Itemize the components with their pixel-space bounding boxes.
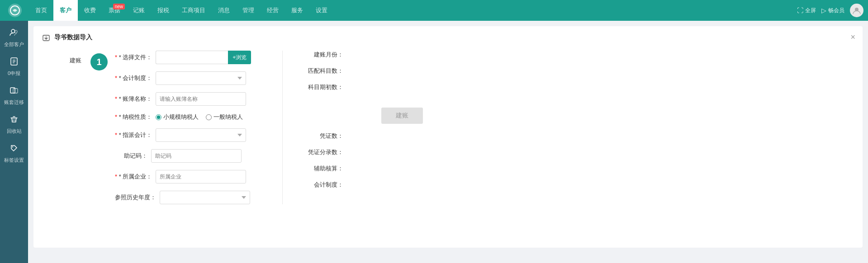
tax-option-small[interactable]: 小规模纳税人 <box>156 113 199 121</box>
memo-code-label: 助记码： <box>115 152 147 160</box>
accounting-system2-label: 会计制度： <box>305 181 343 189</box>
account-migrate-icon <box>9 86 19 97</box>
voucher-records-row: 凭证分录数： <box>305 148 432 156</box>
tax-nature-row: * * 纳税性质： 小规模纳税人 一般纳税人 <box>115 113 260 121</box>
play-icon: ▷ <box>821 7 826 14</box>
file-row: * * 选择文件： +浏览 <box>115 51 260 64</box>
form-left: 建账 1 * * 选择文件： +浏览 <box>70 51 260 204</box>
accountant-row: * * 指派会计： <box>115 128 260 142</box>
required-star-company: * <box>115 173 117 180</box>
svg-rect-9 <box>13 89 18 93</box>
memo-code-row: 助记码： <box>115 149 260 163</box>
subject-initial-row: 科目期初数： <box>305 83 432 91</box>
accountant-select[interactable] <box>156 128 246 142</box>
sidebar-label-tag-settings: 标签设置 <box>4 157 24 164</box>
accounting-system-select[interactable] <box>156 71 246 85</box>
form-body: 建账 1 * * 选择文件： +浏览 <box>43 51 854 204</box>
build-account-button[interactable]: 建账 <box>381 108 423 124</box>
panel-header: 导爷数据导入 <box>43 33 854 42</box>
sidebar-label-all-clients: 全部客户 <box>4 41 24 48</box>
nav-item-tax[interactable]: 报税 <box>151 0 175 21</box>
tag-settings-icon <box>9 144 19 155</box>
nav-items: 首页 客户 收费 票据 new 记账 报税 工商项目 消息 管理 经营 服务 设… <box>29 0 797 21</box>
company-input[interactable] <box>156 170 246 183</box>
browse-button[interactable]: +浏览 <box>228 51 251 64</box>
memo-code-input[interactable] <box>151 149 242 163</box>
form-right: 建账月份： 匹配科目数： 科目期初数： 建账 凭证 <box>305 51 432 204</box>
required-star-file: * <box>115 54 117 61</box>
file-input[interactable] <box>156 51 228 64</box>
sidebar: 全部客户 0申报 账套迁移 <box>0 21 28 263</box>
avatar[interactable] <box>850 4 863 17</box>
required-star-tax: * <box>115 113 117 120</box>
file-label: * * 选择文件： <box>115 53 152 61</box>
history-year-label: 参照历史年度： <box>115 193 156 202</box>
all-clients-icon <box>9 28 19 39</box>
subject-initial-label: 科目期初数： <box>305 83 343 91</box>
divider <box>282 51 283 204</box>
import-panel: 导爷数据导入 × 建账 1 * * 选择文件： <box>33 26 863 248</box>
step-label: 建账 <box>70 56 81 65</box>
build-month-label: 建账月份： <box>305 51 343 59</box>
main-layout: 全部客户 0申报 账套迁移 <box>0 21 868 263</box>
logo-icon <box>8 4 22 17</box>
voucher-count-label: 凭证数： <box>305 132 343 140</box>
history-year-row: 参照历史年度： <box>115 191 260 204</box>
sidebar-item-tag-settings[interactable]: 标签设置 <box>1 140 27 167</box>
nav-item-operation[interactable]: 经营 <box>261 0 285 21</box>
nav-item-fee[interactable]: 收费 <box>78 0 102 21</box>
sidebar-item-account-migrate[interactable]: 账套迁移 <box>1 82 27 109</box>
accounting-system-row: * * 会计制度： <box>115 71 260 85</box>
tax-option-general[interactable]: 一般纳税人 <box>206 113 243 121</box>
step-badge: 1 <box>90 53 108 70</box>
ledger-name-row: * * 账簿名称： <box>115 92 260 106</box>
sidebar-item-recycle[interactable]: 回收站 <box>1 111 27 138</box>
tax-radio-general[interactable] <box>206 114 212 120</box>
sidebar-label-account-migrate: 账套迁移 <box>4 99 24 106</box>
accounting-system2-row: 会计制度： <box>305 181 432 189</box>
required-star-acc2: * <box>115 132 117 138</box>
required-star-ledger: * <box>115 95 117 102</box>
ledger-name-label: * * 账簿名称： <box>115 95 152 103</box>
sidebar-item-all-clients[interactable]: 全部客户 <box>1 24 27 52</box>
nav-item-invoice[interactable]: 票据 new <box>102 0 127 21</box>
panel-title: 导爷数据导入 <box>54 33 92 42</box>
form-fields: * * 选择文件： +浏览 * * 会计 <box>115 51 260 204</box>
nav-item-management[interactable]: 管理 <box>236 0 261 21</box>
match-subject-label: 匹配科目数： <box>305 67 343 75</box>
new-badge: new <box>113 4 125 9</box>
sidebar-label-recycle: 回收站 <box>7 128 22 135</box>
aux-account-row: 辅助核算： <box>305 164 432 173</box>
voucher-count-row: 凭证数： <box>305 132 432 140</box>
zero-declare-icon <box>9 57 19 68</box>
sidebar-label-zero-declare: 0申报 <box>8 70 20 77</box>
ledger-name-input[interactable] <box>156 92 246 106</box>
logo-area[interactable] <box>5 0 25 21</box>
nav-item-message[interactable]: 消息 <box>212 0 236 21</box>
file-input-group: +浏览 <box>156 51 251 64</box>
match-subject-row: 匹配科目数： <box>305 67 432 75</box>
membership-btn[interactable]: ▷ 畅会员 <box>821 7 844 14</box>
required-star-acc: * <box>115 75 117 81</box>
accountant-label: * * 指派会计： <box>115 131 152 139</box>
nav-item-home[interactable]: 首页 <box>29 0 53 21</box>
voucher-records-label: 凭证分录数： <box>305 148 343 156</box>
tax-radio-small[interactable] <box>156 114 161 120</box>
build-month-row: 建账月份： <box>305 51 432 59</box>
nav-item-service[interactable]: 服务 <box>285 0 309 21</box>
history-year-select[interactable] <box>160 191 250 204</box>
accounting-system-label: * * 会计制度： <box>115 74 152 82</box>
nav-item-bookkeeping[interactable]: 记账 <box>127 0 151 21</box>
content-area: 导爷数据导入 × 建账 1 * * 选择文件： <box>28 21 868 263</box>
fullscreen-btn[interactable]: ⛶ 全屏 <box>797 7 816 14</box>
nav-item-business[interactable]: 工商项目 <box>175 0 212 21</box>
close-button[interactable]: × <box>850 33 855 42</box>
fullscreen-icon: ⛶ <box>797 7 803 14</box>
sidebar-item-zero-declare[interactable]: 0申报 <box>1 53 27 80</box>
recycle-icon <box>9 115 19 126</box>
nav-item-settings[interactable]: 设置 <box>309 0 334 21</box>
svg-point-13 <box>12 146 13 147</box>
company-row: * * 所属企业： <box>115 170 260 183</box>
nav-item-client[interactable]: 客户 <box>53 0 78 21</box>
import-icon <box>43 33 51 41</box>
